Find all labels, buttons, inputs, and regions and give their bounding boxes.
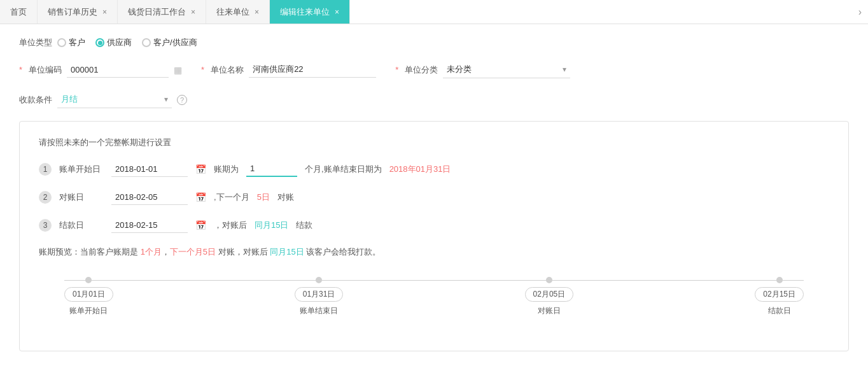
radio-both-label: 客户/供应商 [153, 37, 197, 48]
period-desc-1a: 账期为 [214, 164, 239, 175]
timeline-label-2: 账单结束日 [300, 306, 338, 316]
timeline-container: 01月01日 账单开始日 01月31日 账单结束日 02月05日 对账日 02月… [39, 272, 829, 335]
unit-type-label: 单位类型 [19, 37, 52, 48]
period-row-2: 2 对账日 📅 ,下一个月5日 对账 [39, 190, 829, 205]
timeline-point-1: 01月01日 账单开始日 [64, 277, 113, 316]
preview-part3: 下一个月5日 [170, 247, 216, 257]
period-reconcile-date-input[interactable] [111, 190, 188, 205]
timeline-label-1: 账单开始日 [69, 306, 108, 316]
period-field-label-1: 账单开始日 [59, 164, 104, 175]
period-field-label-2: 对账日 [59, 192, 104, 203]
tab-partner-units[interactable]: 往来单位 × [206, 0, 270, 24]
radio-customer[interactable]: 客户 [57, 37, 85, 48]
unit-code-label: 单位编码 [29, 64, 62, 76]
period-title: 请按照未来的一个完整帐期进行设置 [39, 137, 829, 148]
tab-cash-workbench-close[interactable]: × [191, 8, 195, 16]
tab-sales-history-close[interactable]: × [102, 8, 107, 16]
unit-code-required: * [19, 65, 22, 74]
period-box: 请按照未来的一个完整帐期进行设置 1 账单开始日 📅 账期为 个月,账单结束日期… [19, 121, 849, 351]
timeline-dot-3 [546, 277, 552, 283]
main-content: 单位类型 客户 供应商 客户/供应商 * 单位编码 [0, 24, 868, 387]
unit-name-group: * 单位名称 [201, 62, 376, 78]
period-desc-3a: ，对账后 [214, 220, 247, 231]
preview-label: 账期预览：当前客户账期是 [39, 247, 141, 257]
period-desc-2b: 5日 [257, 192, 270, 203]
timeline-dot-4 [776, 277, 783, 283]
payment-terms-value: 月结 [61, 94, 160, 105]
unit-name-input[interactable] [249, 62, 376, 78]
unit-category-select[interactable]: 未分类 ▾ [443, 61, 570, 78]
radio-both[interactable]: 客户/供应商 [142, 37, 197, 48]
payment-terms-row: 收款条件 月结 ▾ ? [19, 91, 849, 108]
period-desc-3c: 结款 [296, 220, 312, 231]
preview-text: 账期预览：当前客户账期是 1个月，下一个月5日 对账，对账后 同月15日 该客户… [39, 246, 829, 259]
tab-home-label: 首页 [10, 6, 27, 18]
payment-terms-group: 收款条件 月结 ▾ ? [19, 91, 187, 108]
tab-edit-partner-close[interactable]: × [335, 8, 339, 16]
period-num-2: 2 [39, 191, 52, 204]
period-num-3: 3 [39, 219, 52, 232]
timeline-badge-3: 02月05日 [525, 287, 574, 302]
radio-both-circle [142, 38, 151, 47]
period-end-date: 2018年01月31日 [389, 164, 451, 175]
preview-part5: 同月15日 [270, 247, 304, 257]
radio-supplier-label: 供应商 [107, 37, 132, 48]
period-desc-2a: ,下一个月 [214, 192, 249, 203]
timeline-badge-1: 01月01日 [64, 287, 113, 302]
unit-category-label: 单位分类 [405, 64, 438, 76]
timeline-label-4: 结款日 [768, 306, 791, 316]
timeline-dot-1 [85, 277, 92, 283]
period-start-date-input[interactable] [111, 162, 188, 177]
timeline-badge-4: 02月15日 [755, 287, 804, 302]
tab-cash-workbench[interactable]: 钱货日清工作台 × [118, 0, 206, 24]
radio-supplier-circle [95, 38, 104, 47]
timeline-point-2: 01月31日 账单结束日 [295, 277, 344, 316]
period-num-1: 1 [39, 163, 52, 176]
unit-category-required: * [395, 65, 398, 74]
unit-type-row: 单位类型 客户 供应商 客户/供应商 [19, 37, 849, 48]
period-row-3: 3 结款日 📅 ，对账后 同月15日 结款 [39, 218, 829, 233]
timeline-point-4: 02月15日 结款日 [755, 277, 804, 316]
unit-info-row: * 单位编码 ▦ * 单位名称 * 单位分类 未分类 ▾ [19, 61, 849, 78]
unit-type-group: 单位类型 客户 供应商 客户/供应商 [19, 37, 197, 48]
radio-supplier[interactable]: 供应商 [95, 37, 132, 48]
timeline-dot-2 [316, 277, 322, 283]
period-desc-1b: 个月,账单结束日期为 [305, 164, 382, 175]
tab-sales-history[interactable]: 销售订单历史 × [38, 0, 118, 24]
tab-sales-history-label: 销售订单历史 [48, 6, 97, 18]
payment-terms-select[interactable]: 月结 ▾ [57, 91, 172, 108]
unit-category-group: * 单位分类 未分类 ▾ [395, 61, 570, 78]
timeline-points: 01月01日 账单开始日 01月31日 账单结束日 02月05日 对账日 02月… [64, 277, 804, 316]
unit-category-value: 未分类 [447, 64, 559, 75]
unit-code-group: * 单位编码 ▦ [19, 62, 182, 78]
arrow-right-icon: › [858, 6, 862, 18]
tab-more-arrow[interactable]: › [852, 0, 868, 24]
period-cal-icon-2[interactable]: 📅 [195, 192, 206, 202]
period-payment-date-input[interactable] [111, 218, 188, 233]
timeline-label-3: 对账日 [538, 306, 561, 316]
unit-code-input[interactable] [67, 62, 169, 78]
tab-cash-workbench-label: 钱货日清工作台 [128, 6, 186, 18]
timeline-point-3: 02月05日 对账日 [525, 277, 574, 316]
tab-partner-units-close[interactable]: × [255, 8, 259, 16]
payment-terms-label: 收款条件 [19, 94, 52, 106]
period-row-1: 1 账单开始日 📅 账期为 个月,账单结束日期为 2018年01月31日 [39, 161, 829, 177]
period-field-label-3: 结款日 [59, 220, 104, 231]
tab-home[interactable]: 首页 [0, 0, 38, 24]
help-icon[interactable]: ? [177, 95, 187, 105]
period-desc-2c: 对账 [277, 192, 294, 203]
unit-name-label: 单位名称 [211, 64, 244, 76]
unit-name-required: * [201, 65, 204, 74]
unit-category-arrow: ▾ [563, 65, 566, 74]
unit-code-icon[interactable]: ▦ [174, 65, 182, 75]
tab-bar: 首页 销售订单历史 × 钱货日清工作台 × 往来单位 × 编辑往来单位 × › [0, 0, 868, 24]
tab-edit-partner[interactable]: 编辑往来单位 × [270, 0, 350, 24]
tab-partner-units-label: 往来单位 [216, 6, 249, 18]
period-cal-icon-3[interactable]: 📅 [195, 220, 206, 230]
period-desc-3b: 同月15日 [255, 220, 288, 231]
unit-type-radio-group: 客户 供应商 客户/供应商 [57, 37, 197, 48]
period-cal-icon-1[interactable]: 📅 [195, 164, 206, 174]
period-month-input[interactable] [246, 161, 297, 177]
preview-part1: 1个月 [141, 247, 162, 257]
radio-customer-circle [57, 38, 66, 47]
